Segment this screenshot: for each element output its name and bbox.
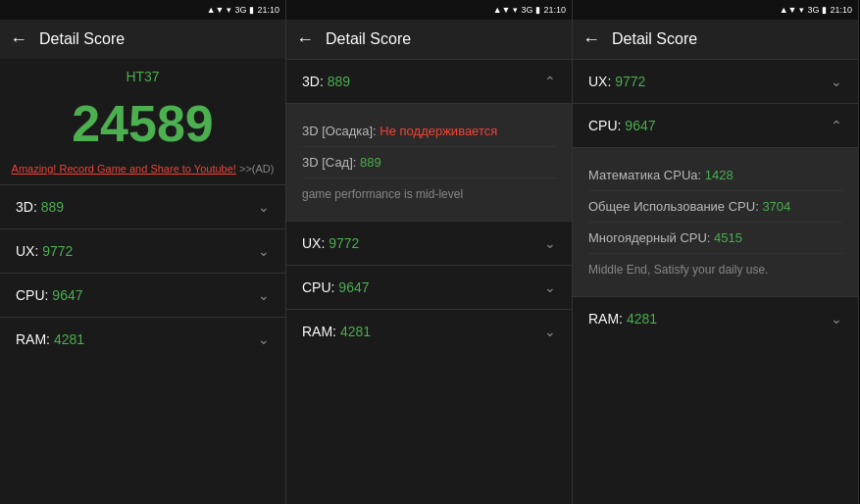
- score-row-ux[interactable]: UX: 9772 ⌄: [0, 228, 285, 273]
- score-value: 889: [328, 74, 350, 89]
- score-label: RAM: 4281: [16, 331, 84, 347]
- time-label: 21:10: [257, 5, 279, 15]
- expanded-section: 3D [Осадка]: Не поддерживается3D [Сад]: …: [286, 103, 572, 221]
- score-value: 4281: [340, 324, 371, 339]
- panel-content: UX: 9772 ⌄ CPU: 9647 ⌃ Математика CPUa: …: [573, 59, 858, 504]
- chevron-down-icon: ⌄: [544, 279, 556, 295]
- network-label: 3G: [521, 5, 532, 15]
- chevron-down-icon: ⌄: [544, 324, 556, 339]
- score-value: 889: [41, 199, 64, 215]
- header-title: Detail Score: [326, 30, 411, 48]
- status-icons: ▲▼ ▾ 3G ▮ 21:10: [207, 5, 279, 15]
- score-label: CPU: 9647: [588, 118, 656, 133]
- network-label: 3G: [807, 5, 819, 15]
- score-row-cpu[interactable]: CPU: 9647 ⌃ Математика CPUa: 1428Общее И…: [573, 103, 858, 296]
- wifi-icon: ▾: [513, 5, 518, 15]
- header: ← Detail Score: [286, 20, 572, 59]
- header-title: Detail Score: [612, 30, 697, 48]
- score-row-header[interactable]: CPU: 9647 ⌃: [573, 103, 858, 147]
- chevron-up-icon: ⌃: [544, 74, 556, 89]
- expanded-key: Многоядерный CPU:: [588, 230, 710, 245]
- score-value: 9647: [338, 279, 369, 295]
- chevron-down-icon: ⌄: [258, 287, 270, 303]
- total-score: 24589: [0, 88, 285, 159]
- expanded-val: 889: [360, 155, 381, 170]
- score-row-ram[interactable]: RAM: 4281 ⌄: [286, 309, 572, 353]
- score-row-3d[interactable]: 3D: 889 ⌄: [0, 184, 285, 228]
- expanded-row-1: 3D [Сад]: 889: [302, 147, 556, 178]
- panel-2: ▲▼ ▾ 3G ▮ 21:10 ← Detail Score 3D: 889 ⌃…: [286, 0, 573, 504]
- score-row-3d[interactable]: 3D: 889 ⌃ 3D [Осадка]: Не поддерживается…: [286, 59, 572, 221]
- score-row-ram[interactable]: RAM: 4281 ⌄: [573, 296, 858, 340]
- expanded-key: 3D [Сад]:: [302, 155, 356, 170]
- score-row-header[interactable]: 3D: 889 ⌃: [286, 59, 572, 103]
- score-value: 4281: [627, 311, 657, 327]
- back-button[interactable]: ←: [296, 29, 314, 50]
- expanded-val: 3704: [762, 199, 790, 214]
- panel-content: HT3724589Amazing! Record Game and Share …: [0, 59, 285, 504]
- header: ← Detail Score: [0, 20, 285, 59]
- expanded-row-2: game performance is mid-level: [302, 178, 556, 209]
- score-value: 9647: [52, 287, 82, 303]
- battery-icon: ▮: [822, 5, 827, 15]
- status-bar: ▲▼ ▾ 3G ▮ 21:10: [573, 0, 858, 20]
- score-value: 9772: [615, 74, 645, 89]
- time-label: 21:10: [543, 5, 566, 15]
- expanded-key: Общее Использование CPU:: [588, 199, 759, 214]
- score-value: 4281: [54, 331, 84, 347]
- ad-suffix: >>(AD): [239, 163, 274, 175]
- expanded-note: game performance is mid-level: [302, 187, 463, 201]
- chevron-up-icon: ⌃: [831, 118, 842, 133]
- signal-icon: ▲▼: [493, 5, 511, 15]
- expanded-section: Математика CPUa: 1428Общее Использование…: [573, 147, 858, 296]
- expanded-val: 1428: [705, 168, 734, 182]
- back-button[interactable]: ←: [582, 29, 600, 50]
- score-label: UX: 9772: [302, 235, 359, 251]
- score-label: 3D: 889: [302, 74, 350, 89]
- score-value: 9772: [329, 235, 359, 251]
- expanded-row-2: Многоядерный CPU: 4515: [588, 223, 842, 254]
- ad-banner[interactable]: Amazing! Record Game and Share to Youtub…: [0, 159, 285, 184]
- wifi-icon: ▾: [799, 5, 804, 15]
- header: ← Detail Score: [573, 20, 858, 59]
- status-icons: ▲▼ ▾ 3G ▮ 21:10: [780, 5, 852, 15]
- score-label: RAM: 4281: [302, 324, 371, 339]
- score-row-ux[interactable]: UX: 9772 ⌄: [286, 221, 572, 265]
- time-label: 21:10: [830, 5, 852, 15]
- score-value: 9772: [42, 243, 73, 259]
- status-bar: ▲▼ ▾ 3G ▮ 21:10: [0, 0, 285, 20]
- chevron-down-icon: ⌄: [544, 235, 556, 251]
- score-row-ux[interactable]: UX: 9772 ⌄: [573, 59, 858, 103]
- score-row-cpu[interactable]: CPU: 9647 ⌄: [286, 265, 572, 309]
- header-title: Detail Score: [39, 30, 125, 48]
- score-value: 9647: [625, 118, 655, 133]
- score-label: UX: 9772: [16, 243, 73, 259]
- network-label: 3G: [234, 5, 246, 15]
- ad-link[interactable]: Amazing! Record Game and Share to Youtub…: [12, 163, 236, 175]
- score-row-ram[interactable]: RAM: 4281 ⌄: [0, 317, 285, 361]
- battery-icon: ▮: [249, 5, 254, 15]
- expanded-row-1: Общее Использование CPU: 3704: [588, 191, 842, 223]
- chevron-down-icon: ⌄: [258, 243, 270, 259]
- score-label: RAM: 4281: [588, 311, 657, 327]
- chevron-down-icon: ⌄: [831, 311, 842, 327]
- score-label: CPU: 9647: [16, 287, 83, 303]
- panel-3: ▲▼ ▾ 3G ▮ 21:10 ← Detail Score UX: 9772 …: [573, 0, 859, 504]
- chevron-down-icon: ⌄: [258, 331, 270, 347]
- expanded-key: Математика CPUa:: [588, 168, 701, 182]
- expanded-row-0: 3D [Осадка]: Не поддерживается: [302, 116, 556, 147]
- battery-icon: ▮: [535, 5, 540, 15]
- score-label: CPU: 9647: [302, 279, 370, 295]
- back-button[interactable]: ←: [10, 29, 27, 50]
- score-label: 3D: 889: [16, 199, 64, 215]
- expanded-key: 3D [Осадка]:: [302, 124, 377, 138]
- score-row-cpu[interactable]: CPU: 9647 ⌄: [0, 273, 285, 317]
- wifi-icon: ▾: [227, 5, 231, 15]
- score-label: UX: 9772: [588, 74, 645, 89]
- signal-icon: ▲▼: [780, 5, 797, 15]
- expanded-val: Не поддерживается: [379, 124, 497, 138]
- expanded-row-3: Middle End, Satisfy your daily use.: [588, 254, 842, 284]
- chevron-down-icon: ⌄: [258, 199, 270, 215]
- status-icons: ▲▼ ▾ 3G ▮ 21:10: [493, 5, 566, 15]
- device-name: HT37: [0, 59, 285, 88]
